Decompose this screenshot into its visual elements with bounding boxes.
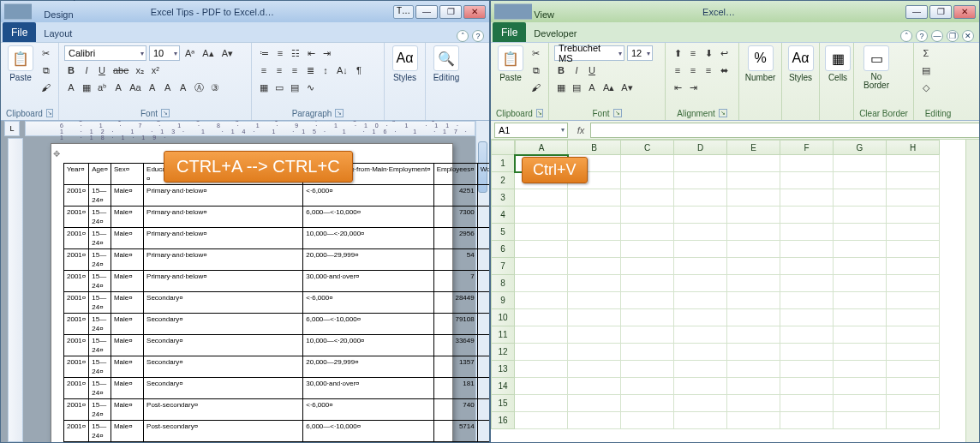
cell-H10[interactable] bbox=[887, 309, 940, 326]
more-icon[interactable] bbox=[30, 3, 32, 20]
cell-E13[interactable] bbox=[727, 361, 780, 378]
cell-C3[interactable] bbox=[621, 189, 674, 207]
cell-D7[interactable] bbox=[674, 258, 727, 275]
strike-button[interactable]: abe bbox=[111, 63, 131, 78]
table-cell[interactable]: 5789¤ bbox=[477, 421, 489, 442]
cell-B16[interactable] bbox=[568, 412, 621, 429]
table-cell[interactable]: Male¤ bbox=[111, 356, 143, 378]
table-cell[interactable]: 15—24¤ bbox=[89, 292, 111, 314]
maximize-button[interactable]: ❐ bbox=[929, 5, 952, 19]
table-cell[interactable]: 15121 bbox=[433, 442, 477, 443]
table-cell[interactable]: Male¤ bbox=[111, 442, 143, 443]
row-head-11[interactable]: 11 bbox=[491, 326, 515, 344]
fill-button[interactable]: ▤ bbox=[288, 80, 302, 95]
cell-B9[interactable] bbox=[568, 292, 621, 309]
show-marks-button[interactable]: ¶ bbox=[352, 63, 366, 78]
cell-B3[interactable] bbox=[568, 189, 621, 207]
borders-button[interactable]: ▭ bbox=[272, 80, 286, 95]
table-cell[interactable]: Post-secondary¤ bbox=[144, 421, 303, 442]
cell-F4[interactable] bbox=[780, 207, 834, 224]
table-cell[interactable]: 5714 bbox=[433, 421, 477, 442]
autosum-button[interactable]: Σ bbox=[919, 45, 933, 61]
table-cell[interactable]: 15—24¤ bbox=[89, 207, 111, 228]
table-row[interactable]: 2001¤15—24¤Male¤Post-secondary¤<·6,000¤7… bbox=[64, 399, 490, 421]
cell-H2[interactable] bbox=[887, 172, 940, 189]
table-cell[interactable]: 15—24¤ bbox=[89, 249, 111, 271]
table-cell[interactable]: <·6,000¤ bbox=[303, 185, 433, 207]
table-cell[interactable]: Primary·and·below¤ bbox=[144, 185, 303, 207]
font-size-combo[interactable]: 10 bbox=[149, 45, 180, 61]
close-button[interactable]: ✕ bbox=[463, 5, 486, 19]
table-cell[interactable]: 15—24¤ bbox=[89, 442, 111, 443]
help-icon[interactable]: ? bbox=[916, 30, 928, 42]
ribbon-minimize-icon[interactable]: ˄ bbox=[900, 30, 912, 42]
cell-D2[interactable] bbox=[674, 172, 727, 189]
cell-D12[interactable] bbox=[674, 344, 727, 361]
row-head-2[interactable]: 2 bbox=[491, 172, 515, 189]
no-border-button[interactable]: ▭No Border bbox=[859, 45, 893, 90]
cell-D15[interactable] bbox=[674, 395, 727, 412]
cell-C2[interactable] bbox=[621, 172, 674, 189]
cell-F7[interactable] bbox=[780, 258, 834, 275]
cell-F5[interactable] bbox=[780, 224, 834, 241]
table-cell[interactable]: Male¤ bbox=[111, 399, 143, 421]
cut-button[interactable]: ✂ bbox=[529, 45, 543, 61]
cell-B8[interactable] bbox=[568, 275, 621, 292]
format-painter-button[interactable]: 🖌 bbox=[529, 80, 543, 95]
table-cell[interactable]: 15—24¤ bbox=[89, 314, 111, 335]
cell-C15[interactable] bbox=[621, 395, 674, 412]
table-cell[interactable]: 54 bbox=[433, 249, 477, 271]
cell-A11[interactable] bbox=[515, 326, 568, 344]
table-cell[interactable]: Male¤ bbox=[111, 314, 143, 335]
line-style-button[interactable]: ∿ bbox=[303, 80, 317, 95]
row-head-4[interactable]: 4 bbox=[491, 207, 515, 224]
table-cell[interactable]: 2001¤ bbox=[64, 421, 89, 442]
vertical-ruler[interactable] bbox=[8, 138, 23, 442]
tab-selector-button[interactable]: L bbox=[4, 121, 20, 136]
table-cell[interactable]: 740 bbox=[433, 399, 477, 421]
paste-button[interactable]: 📋 Paste bbox=[6, 45, 35, 82]
table-cell[interactable]: <·6,000¤ bbox=[303, 399, 433, 421]
cell-C11[interactable] bbox=[621, 326, 674, 344]
cell-G8[interactable] bbox=[834, 275, 887, 292]
close-button[interactable]: ✕ bbox=[953, 5, 976, 19]
cell-F12[interactable] bbox=[780, 344, 834, 361]
cell-B14[interactable] bbox=[568, 378, 621, 395]
cells-button[interactable]: ▦Cells bbox=[825, 45, 851, 82]
cell-F11[interactable] bbox=[780, 326, 834, 344]
table-cell[interactable]: 2001¤ bbox=[64, 356, 89, 378]
cell-E2[interactable] bbox=[727, 172, 780, 189]
underline-button[interactable]: U bbox=[585, 63, 599, 78]
row-head-5[interactable]: 5 bbox=[491, 224, 515, 241]
cell-G15[interactable] bbox=[834, 395, 887, 412]
cell-D4[interactable] bbox=[674, 207, 727, 224]
cell-A14[interactable] bbox=[515, 378, 568, 395]
table-cell[interactable]: 992¤ bbox=[477, 399, 489, 421]
table-cell[interactable]: 20,000—29,999¤ bbox=[303, 356, 433, 378]
subscript-button[interactable]: x₂ bbox=[133, 63, 146, 78]
cell-E12[interactable] bbox=[727, 344, 780, 361]
numbering-button[interactable]: ≡ bbox=[273, 45, 287, 61]
cell-D1[interactable] bbox=[674, 155, 727, 172]
table-cell[interactable]: 10,000—<·20,000¤ bbox=[303, 335, 433, 356]
table-cell[interactable]: Male¤ bbox=[111, 185, 143, 207]
cell-G5[interactable] bbox=[834, 224, 887, 241]
cell-C14[interactable] bbox=[621, 378, 674, 395]
align-right-button[interactable]: ≡ bbox=[288, 63, 302, 78]
table-cell[interactable]: 2001¤ bbox=[64, 314, 89, 335]
ribbon-minimize-icon[interactable]: ˄ bbox=[457, 30, 469, 42]
table-cell[interactable]: 15—24¤ bbox=[89, 185, 111, 207]
table-cell[interactable]: 4701¤ bbox=[477, 185, 489, 207]
bullets-button[interactable]: ≔ bbox=[257, 45, 272, 61]
bold-button[interactable]: B bbox=[554, 63, 568, 78]
row-head-12[interactable]: 12 bbox=[491, 344, 515, 361]
grow-font-button[interactable]: A▴ bbox=[601, 80, 617, 95]
cell-A7[interactable] bbox=[515, 258, 568, 275]
table-cell[interactable]: 2001¤ bbox=[64, 249, 89, 271]
minimize-button[interactable]: — bbox=[905, 5, 928, 19]
sort-button[interactable]: A↓ bbox=[334, 63, 350, 78]
table-cell[interactable]: 2001¤ bbox=[64, 271, 89, 292]
row-head-10[interactable]: 10 bbox=[491, 309, 515, 326]
cell-G7[interactable] bbox=[834, 258, 887, 275]
cell-D3[interactable] bbox=[674, 189, 727, 207]
